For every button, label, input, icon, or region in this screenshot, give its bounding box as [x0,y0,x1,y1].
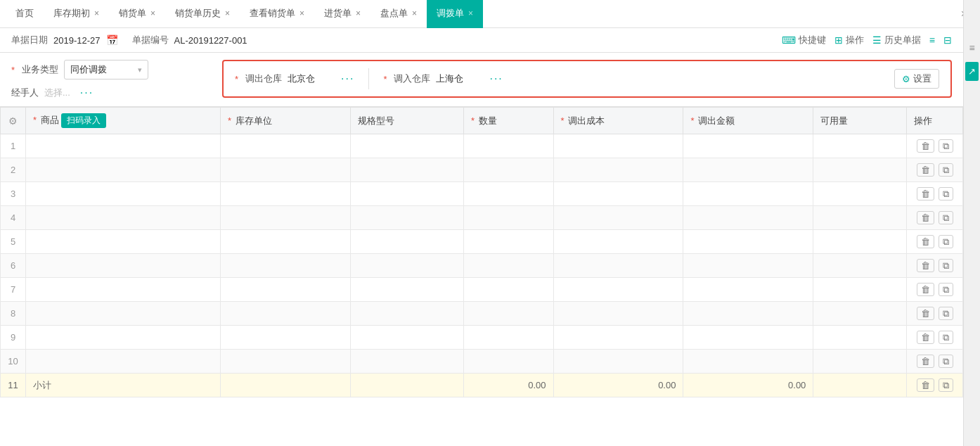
number-label: 单据编号 [132,34,169,46]
layout-icon2: ⊟ [943,34,952,46]
spec-cell [350,326,463,350]
close-icon[interactable]: × [412,8,417,18]
subtotal-avail-cell [813,374,907,397]
copy-button[interactable]: ⧉ [939,211,953,224]
row-num: 4 [1,206,26,230]
delete-button[interactable]: 🗑 [917,235,934,248]
copy-button[interactable]: ⧉ [939,187,953,200]
cost-cell [553,302,683,326]
copy-button[interactable]: ⧉ [939,163,953,177]
column-settings-icon[interactable]: ⚙ [8,115,18,127]
settings-button[interactable]: ⚙ 设置 [894,69,939,89]
source-warehouse-dots-icon[interactable]: ··· [341,72,354,85]
scan-button[interactable]: 扫码录入 [61,113,106,128]
product-cell[interactable] [26,278,221,302]
tab-purchase-label: 进货单 [324,7,352,20]
copy-button[interactable]: ⧉ [939,378,953,392]
th-available-label: 可用量 [820,115,848,126]
available-cell [813,230,907,254]
close-icon[interactable]: × [225,8,230,18]
history-button[interactable]: ☰ 历史单据 [872,34,921,46]
sidebar-export-icon[interactable]: ↗ [965,62,979,81]
close-icon[interactable]: × [299,8,304,18]
delete-button[interactable]: 🗑 [917,283,934,296]
spec-cell [350,302,463,326]
spec-cell [350,350,463,374]
copy-button[interactable]: ⧉ [939,139,953,153]
th-action: 操作 [907,108,963,134]
product-cell[interactable] [26,134,221,158]
calendar-icon[interactable]: 📅 [106,34,118,46]
th-settings[interactable]: ⚙ [1,108,26,134]
close-icon[interactable]: × [356,8,361,18]
warehouse-section: * 调出仓库 北京仓 ··· * 调入仓库 上海仓 ··· ⚙ 设置 [222,60,952,98]
copy-button[interactable]: ⧉ [939,307,953,320]
delete-button[interactable]: 🗑 [917,331,934,344]
close-icon[interactable]: × [150,8,155,18]
delete-button[interactable]: 🗑 [917,139,934,153]
copy-button[interactable]: ⧉ [939,331,953,344]
product-cell[interactable] [26,230,221,254]
close-icon[interactable]: × [468,8,473,18]
tab-inventory[interactable]: 盘点单 × [370,0,427,28]
tab-inventory-init[interactable]: 库存期初 × [44,0,109,28]
product-cell[interactable] [26,326,221,350]
table-body: 1 🗑 ⧉ 2 [1,134,963,397]
date-group: 单据日期 2019-12-27 📅 [11,34,118,46]
field-divider [368,68,369,89]
business-type-value: 同价调拨 [70,63,107,76]
business-type-select[interactable]: 同价调拨 ▾ [64,60,148,79]
available-cell [813,302,907,326]
tab-purchase[interactable]: 进货单 × [314,0,370,28]
shortcuts-button[interactable]: ⌨ 快捷键 [782,34,826,46]
copy-button[interactable]: ⧉ [939,235,953,248]
delete-button[interactable]: 🗑 [917,378,934,392]
layout-button1[interactable]: ≡ [929,34,935,46]
copy-button[interactable]: ⧉ [939,283,953,296]
tab-home[interactable]: 首页 [6,0,44,28]
product-cell[interactable] [26,254,221,278]
target-warehouse-dots-icon[interactable]: ··· [489,72,503,85]
cost-cell [553,254,683,278]
row-num: 11 [1,374,26,397]
spec-cell [350,278,463,302]
source-warehouse-label: 调出仓库 [245,72,282,85]
cost-cell [553,278,683,302]
product-cell[interactable] [26,158,221,182]
sidebar-list-icon[interactable]: ≡ [969,42,974,53]
layout-button2[interactable]: ⊟ [943,34,952,46]
product-cell[interactable] [26,206,221,230]
operations-button[interactable]: ⊞ 操作 [834,34,864,46]
product-cell[interactable] [26,350,221,374]
copy-button[interactable]: ⧉ [939,355,953,368]
target-warehouse-group: * 调入仓库 上海仓 ··· [383,72,503,85]
product-cell[interactable] [26,302,221,326]
form-left: * 业务类型 同价调拨 ▾ 经手人 选择... ··· [11,60,208,99]
available-cell [813,254,907,278]
th-unit-label: 库存单位 [236,115,272,126]
tab-view-sales[interactable]: 查看销货单 × [240,0,314,28]
tab-sales-order[interactable]: 销货单 × [109,0,165,28]
product-cell[interactable] [26,182,221,206]
target-warehouse-value: 上海仓 [436,72,478,85]
delete-button[interactable]: 🗑 [917,259,934,272]
delete-button[interactable]: 🗑 [917,163,934,177]
delete-button[interactable]: 🗑 [917,211,934,224]
th-spec-label: 规格型号 [358,115,394,126]
copy-button[interactable]: ⧉ [939,259,953,272]
person-select[interactable]: 选择... [44,87,70,99]
delete-button[interactable]: 🗑 [917,187,934,200]
table-wrapper: ⚙ * 商品 扫码录入 * 库存单位 规格型号 * [0,107,963,446]
spec-cell [350,206,463,230]
delete-button[interactable]: 🗑 [917,355,934,368]
source-warehouse-group: * 调出仓库 北京仓 ··· [235,72,354,85]
person-dots-icon[interactable]: ··· [80,87,94,99]
th-cost: * 调出成本 [553,108,683,134]
tab-sales-history[interactable]: 销货单历史 × [165,0,240,28]
delete-button[interactable]: 🗑 [917,307,934,320]
close-icon[interactable]: × [94,8,99,18]
tab-transfer[interactable]: 调拨单 × [427,0,483,28]
row-num: 8 [1,302,26,326]
spec-cell [350,158,463,182]
qty-cell [464,206,553,230]
